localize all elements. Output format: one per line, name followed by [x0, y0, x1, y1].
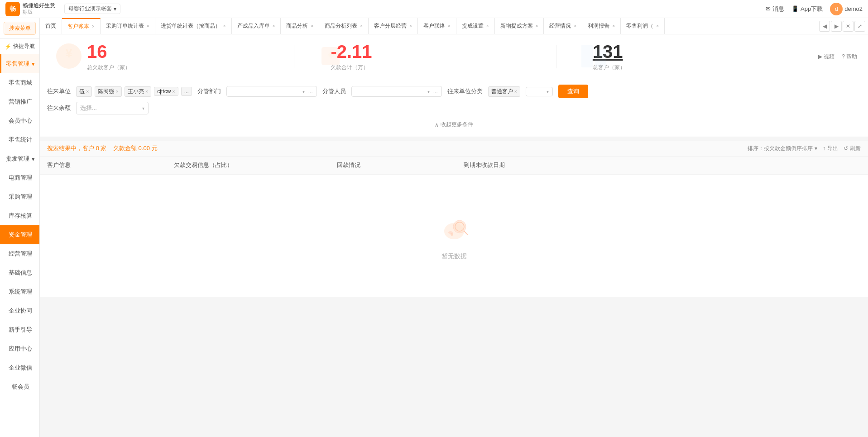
tab-next-button[interactable]: ▶	[831, 21, 842, 32]
tab-profit-report-close[interactable]: ×	[612, 24, 615, 28]
account-select[interactable]: 母婴行业演示帐套 ▾	[64, 4, 120, 14]
filter-tag-more[interactable]: ...	[181, 87, 192, 96]
tab-business-status[interactable]: 经营情况 ×	[544, 18, 582, 34]
tab-purchase-stats-close[interactable]: ×	[223, 24, 226, 28]
sidebar-item-retail-stats[interactable]: 零售统计	[0, 130, 39, 149]
tab-purchase-order-close[interactable]: ×	[147, 24, 149, 28]
tab-profit-report[interactable]: 利润报告 ×	[582, 18, 621, 34]
tab-business-status-close[interactable]: ×	[574, 24, 576, 28]
user-menu[interactable]: d demo2	[830, 3, 863, 15]
tab-promotion-settings[interactable]: 提成设置 ×	[456, 18, 495, 34]
sidebar-item-retail-mgmt[interactable]: 零售管理 ▾	[0, 54, 39, 73]
tab-product-analysis[interactable]: 商品分析 ×	[281, 18, 319, 34]
tab-production-stock[interactable]: 产成品入库单 ×	[232, 18, 281, 34]
video-help-link[interactable]: ▶ 视频	[818, 53, 834, 61]
collapse-button[interactable]: ∧ 收起更多条件	[47, 118, 861, 131]
filter-tag-lv-label: 伍	[79, 88, 85, 95]
balance-filter-select[interactable]: 选择... ▾	[76, 102, 149, 114]
sidebar-expand-icon-2: ▾	[32, 156, 35, 162]
tab-home[interactable]: 首页	[40, 18, 62, 34]
sidebar-item-finance[interactable]: 资金管理	[0, 225, 39, 244]
dept-filter-arrow: ▾	[302, 89, 305, 94]
stat-credit-customers-block: ¥ 16 总欠款客户（家）	[51, 42, 294, 71]
filter-tag-normal-remove[interactable]: ×	[514, 89, 517, 94]
tab-new-promotion-close[interactable]: ×	[536, 24, 538, 28]
tab-customer-contact-close[interactable]: ×	[448, 24, 451, 28]
sidebar-item-member-plus[interactable]: 畅会员	[0, 377, 39, 396]
svg-rect-5	[595, 49, 606, 67]
avatar: d	[830, 3, 843, 15]
sidebar-item-member-center-label: 会员中心	[9, 117, 32, 124]
tab-customer-contact[interactable]: 客户联络 ×	[418, 18, 456, 34]
sidebar-item-retail-shop[interactable]: 零售商城	[0, 73, 39, 92]
sidebar-item-purchase[interactable]: 采购管理	[0, 187, 39, 206]
query-button[interactable]: 查询	[558, 85, 588, 98]
quick-nav-button[interactable]: ⚡ 快捷导航	[4, 43, 36, 50]
unit-class-filter-select[interactable]: ▾	[526, 87, 553, 96]
sidebar-item-basic-info[interactable]: 基础信息	[0, 263, 39, 282]
dept-filter-more[interactable]: ...	[308, 88, 313, 95]
sidebar-item-inventory[interactable]: 库存核算	[0, 206, 39, 225]
sidebar-item-wholesale-mgmt[interactable]: 批发管理 ▾	[0, 149, 39, 168]
sort-arrow-icon: ▾	[815, 145, 817, 152]
stat-credit-customers-label: 总欠款客户（家）	[87, 64, 130, 71]
video-icon: ▶	[818, 53, 822, 60]
tab-product-analysis-close[interactable]: ×	[311, 24, 313, 28]
filter-tag-lv-remove[interactable]: ×	[86, 89, 89, 94]
balance-filter-placeholder: 选择...	[80, 104, 97, 112]
search-result-amount-unit: 元	[152, 145, 158, 152]
person-filter-select[interactable]: ▾ ...	[351, 86, 442, 97]
sidebar-item-member-center[interactable]: 会员中心	[0, 111, 39, 130]
help-link[interactable]: ? 帮助	[842, 53, 857, 61]
sidebar-item-newbie[interactable]: 新手引导	[0, 320, 39, 339]
sidebar-item-enterprise-label: 企业协同	[9, 307, 32, 314]
tab-customer-segment-close[interactable]: ×	[409, 24, 412, 28]
refresh-button[interactable]: ↺ 刷新	[844, 145, 861, 152]
sort-dropdown[interactable]: 排序：按欠款金额倒序排序 ▾	[748, 145, 817, 152]
sidebar-item-enterprise[interactable]: 企业协同	[0, 301, 39, 320]
app-download-button[interactable]: 📱 App下载	[791, 5, 823, 13]
sidebar-item-wholesale-mgmt-label: 批发管理	[6, 155, 29, 163]
tab-customer-segment[interactable]: 客户分层经营 ×	[369, 18, 418, 34]
account-select-arrow: ▾	[114, 6, 116, 12]
sidebar-item-enterprise-wechat[interactable]: 企业微信	[0, 358, 39, 377]
tab-prev-button[interactable]: ◀	[819, 21, 830, 32]
tab-purchase-stats[interactable]: 进货单统计表（按商品） ×	[155, 18, 232, 34]
unit-filter-label: 往来单位	[47, 87, 71, 95]
message-button[interactable]: ✉ 消息	[766, 5, 784, 13]
top-bar-left: 畅 畅捷通好生意 标版 母婴行业演示帐套 ▾	[5, 2, 120, 16]
tab-product-analysis-list-close[interactable]: ×	[360, 24, 363, 28]
tab-maximize-button[interactable]: ⤢	[854, 21, 865, 32]
tab-retail-profit[interactable]: 零售利润（ ×	[621, 18, 665, 34]
tab-customer-book[interactable]: 客户账本 ×	[62, 18, 101, 34]
user-name: demo2	[844, 5, 863, 12]
filter-tag-cjttcw-remove[interactable]: ×	[172, 89, 175, 94]
person-filter-more[interactable]: ...	[433, 88, 438, 95]
filter-tag-lv: 伍 ×	[76, 86, 92, 97]
export-button[interactable]: ↑ 导出	[823, 145, 838, 152]
sidebar-item-app-center[interactable]: 应用中心	[0, 339, 39, 358]
dept-filter-select[interactable]: ▾ ...	[226, 86, 317, 97]
tab-close-all-button[interactable]: ✕	[843, 21, 854, 32]
tab-retail-profit-label: 零售利润（	[626, 22, 653, 30]
filter-tag-chen-remove[interactable]: ×	[115, 89, 118, 94]
tab-retail-profit-close[interactable]: ×	[656, 24, 659, 28]
tab-promotion-settings-close[interactable]: ×	[486, 24, 489, 28]
logo-subtext: 标版	[23, 9, 55, 15]
filter-tag-wang-remove[interactable]: ×	[145, 89, 148, 94]
sidebar-item-system-label: 系统管理	[9, 288, 32, 295]
sidebar-search-button[interactable]: 搜索菜单	[4, 22, 36, 35]
tab-purchase-order[interactable]: 采购订单统计表 ×	[101, 18, 155, 34]
sidebar-item-ecommerce[interactable]: 电商管理	[0, 168, 39, 187]
help-icon: ?	[842, 53, 845, 60]
sidebar-item-operations[interactable]: 经营管理	[0, 244, 39, 263]
tab-new-promotion[interactable]: 新增提成方案 ×	[495, 18, 544, 34]
tab-customer-book-close[interactable]: ×	[92, 24, 95, 29]
sidebar-item-marketing[interactable]: 营销推广	[0, 92, 39, 111]
main-layout: 搜索菜单 ⚡ 快捷导航 零售管理 ▾ 零售商城 营销推广 会员中心 零售统计 批…	[0, 18, 868, 437]
tab-product-analysis-list[interactable]: 商品分析列表 ×	[319, 18, 369, 34]
sidebar-item-system[interactable]: 系统管理	[0, 282, 39, 301]
tab-production-stock-close[interactable]: ×	[273, 24, 275, 28]
app-download-label: App下载	[801, 5, 823, 13]
quick-nav-section: ⚡ 快捷导航	[0, 39, 39, 54]
